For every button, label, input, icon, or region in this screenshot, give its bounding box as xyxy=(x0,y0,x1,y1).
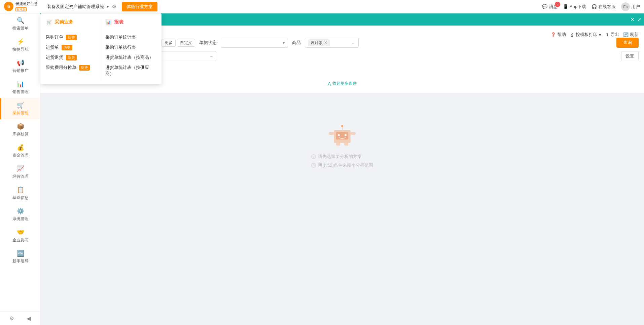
print-btn[interactable]: 🖨 按模板打印 ▾ xyxy=(570,32,601,38)
goods-more-dots: ··· xyxy=(352,40,356,45)
svg-rect-9 xyxy=(344,143,348,146)
bullet-2: ② xyxy=(311,163,316,168)
tab-expand-icon[interactable]: ⤢ xyxy=(637,17,641,22)
footer-settings-icon[interactable]: ⚙ xyxy=(9,315,14,322)
dropdown-item-purchase-order[interactable]: 采购订单 历史 xyxy=(46,32,97,42)
enterprise-icon: 🤝 xyxy=(17,229,24,236)
hint-text-2: 用[过滤]条件来缩小分析范围 xyxy=(318,162,373,168)
dropdown-item-stock-stat-supplier[interactable]: 进货单统计表（按供应商） xyxy=(105,63,156,79)
operations-icon: 📈 xyxy=(17,165,24,172)
settings-icon[interactable]: ⚙ xyxy=(112,3,116,10)
goods-tag: 设计素 ✕ xyxy=(308,39,330,46)
doc-status-select[interactable]: ▾ xyxy=(221,38,288,48)
purchase-col-icon: 🛒 xyxy=(46,19,52,26)
refresh-label: 刷新 xyxy=(630,32,639,38)
user-btn[interactable]: Ea 用户 xyxy=(621,2,640,11)
dropdown-item-purchase-order-exec[interactable]: 采购订单执行表 xyxy=(105,42,156,52)
sidebar-label-guide: 新手引导 xyxy=(12,258,29,264)
sidebar-label-purchase: 采购管理 xyxy=(12,110,29,116)
svg-rect-6 xyxy=(329,132,334,135)
dropdown-item-stock-in[interactable]: 进货单 历史 xyxy=(46,42,97,52)
footer-collapse-icon[interactable]: ◀ xyxy=(27,315,31,322)
doc-status-label: 单据状态 xyxy=(199,40,217,46)
dropdown-item-stock-stat-goods[interactable]: 进货单统计表（按商品） xyxy=(105,52,156,63)
salesperson-select[interactable]: ··· xyxy=(156,51,216,61)
sidebar-label-finance: 资金管理 xyxy=(12,153,29,158)
sidebar-label-inventory: 库存核算 xyxy=(12,131,29,137)
empty-state: ① 请先选择要分析的方案 ② 用[过滤]条件来缩小分析范围 xyxy=(40,93,644,195)
search-icon: 🔍 xyxy=(17,17,24,24)
query-btn[interactable]: 查询 xyxy=(616,38,639,48)
sidebar-item-quicknav[interactable]: ⚡ 快捷导航 xyxy=(0,35,40,56)
empty-hint-1: ① 请先选择要分析的方案 xyxy=(311,154,373,160)
sidebar-item-finance[interactable]: 💰 资金管理 xyxy=(0,140,40,162)
basicinfo-icon: 📋 xyxy=(17,186,24,194)
sidebar-label-basicinfo: 基础信息 xyxy=(12,195,29,201)
goods-label: 商品 xyxy=(292,40,301,46)
online-service-btn[interactable]: 🎧 在线客服 xyxy=(592,4,616,10)
purchase-order-label: 采购订单 xyxy=(46,34,63,40)
purchase-icon: 🛒 xyxy=(17,101,24,109)
refresh-btn[interactable]: 🔄 刷新 xyxy=(623,32,639,38)
system-title: 装备及固定资产辅助管理系统 xyxy=(47,4,104,10)
sidebar-label-search: 搜索菜单 xyxy=(12,26,29,31)
logo-badge: 标准版 xyxy=(15,7,27,11)
print-dropdown-icon[interactable]: ▾ xyxy=(599,32,601,37)
dropdown-item-purchase-order-stat[interactable]: 采购订单统计表 xyxy=(105,32,156,42)
title-dropdown-btn[interactable]: ▾ xyxy=(107,4,109,9)
history-badge-3: 历史 xyxy=(79,65,90,71)
svg-point-2 xyxy=(338,134,340,136)
sidebar-label-quicknav: 快捷导航 xyxy=(12,47,29,52)
goods-tag-close[interactable]: ✕ xyxy=(324,40,327,45)
sidebar-item-system[interactable]: ⚙️ 系统管理 xyxy=(0,204,40,225)
purchase-col-title: 🛒 采购业务 xyxy=(46,19,97,28)
logo-area: 6 畅捷通好生意 标准版 xyxy=(4,1,44,11)
collapse-btn[interactable]: ⋀ 收起更多条件 xyxy=(328,81,357,86)
sidebar-item-operations[interactable]: 📈 经营管理 xyxy=(0,162,40,183)
sales-icon: 📊 xyxy=(17,80,24,88)
phone-icon: 📱 xyxy=(563,4,568,9)
salesperson-dots: ··· xyxy=(210,54,213,59)
message-btn[interactable]: 💬 消息 9 xyxy=(542,4,558,10)
sidebar-item-purchase[interactable]: 🛒 采购管理 xyxy=(0,98,40,119)
sidebar-label-operations: 经营管理 xyxy=(12,174,29,179)
quick-date-custom[interactable]: 自定义 xyxy=(177,39,195,47)
app-download-btn[interactable]: 📱 App下载 xyxy=(563,4,586,10)
sidebar-label-sales: 销售管理 xyxy=(12,89,29,95)
avatar: Ea xyxy=(621,2,630,11)
history-badge-0: 历史 xyxy=(66,35,77,40)
system-icon: ⚙️ xyxy=(17,207,24,215)
sidebar-item-enterprise[interactable]: 🤝 企业协同 xyxy=(0,225,40,246)
sidebar-item-guide[interactable]: 🆕 新手引导 xyxy=(0,246,40,268)
sidebar-item-basicinfo[interactable]: 📋 基础信息 xyxy=(0,183,40,204)
goods-select[interactable]: 设计素 ✕ ··· xyxy=(305,38,359,48)
header-title-area: 装备及固定资产辅助管理系统 ▾ ⚙ 体验行业方案 xyxy=(44,2,542,11)
sidebar-item-search[interactable]: 🔍 搜索菜单 xyxy=(0,13,40,35)
help-btn[interactable]: ❓ 帮助 xyxy=(550,32,566,38)
export-btn[interactable]: ⬆ 导出 xyxy=(605,32,619,38)
settings-btn[interactable]: 设置 xyxy=(621,51,639,61)
sidebar-item-marketing[interactable]: 📢 营销推广 xyxy=(0,56,40,77)
sidebar: 🔍 搜索菜单 ⚡ 快捷导航 📢 营销推广 📊 销售管理 🛒 采购管理 📦 库存核… xyxy=(0,13,40,325)
dropdown-item-purchase-fee[interactable]: 采购费用分摊单 历史 xyxy=(46,63,97,73)
purchase-col: 🛒 采购业务 采购订单 历史 进货单 历史 进货退货 历史 采购费用分摊单 历史 xyxy=(46,19,97,79)
inventory-icon: 📦 xyxy=(17,123,24,130)
history-badge-1: 历史 xyxy=(62,45,72,50)
export-label: 导出 xyxy=(610,32,619,38)
help-label: 帮助 xyxy=(557,32,566,38)
purchase-fee-label: 采购费用分摊单 xyxy=(46,65,76,71)
industry-btn[interactable]: 体验行业方案 xyxy=(122,2,157,11)
dropdown-item-stock-return[interactable]: 进货退货 历史 xyxy=(46,52,97,63)
quick-date-more[interactable]: 更多 xyxy=(162,39,176,47)
headset-icon: 🎧 xyxy=(592,4,597,9)
logo-text-group: 畅捷通好生意 标准版 xyxy=(15,1,38,11)
stock-in-label: 进货单 xyxy=(46,44,59,50)
dropdown-divider xyxy=(101,19,101,79)
purchase-dropdown: 🛒 采购业务 采购订单 历史 进货单 历史 进货退货 历史 采购费用分摊单 历史… xyxy=(40,13,162,84)
logo-icon: 6 xyxy=(4,2,13,11)
tab-close-all-icon[interactable]: ✕ xyxy=(631,17,635,22)
sidebar-item-inventory[interactable]: 📦 库存核算 xyxy=(0,119,40,140)
app-download-label: App下载 xyxy=(570,4,586,10)
sidebar-item-sales[interactable]: 📊 销售管理 xyxy=(0,77,40,98)
purchase-order-exec-label: 采购订单执行表 xyxy=(105,44,136,50)
